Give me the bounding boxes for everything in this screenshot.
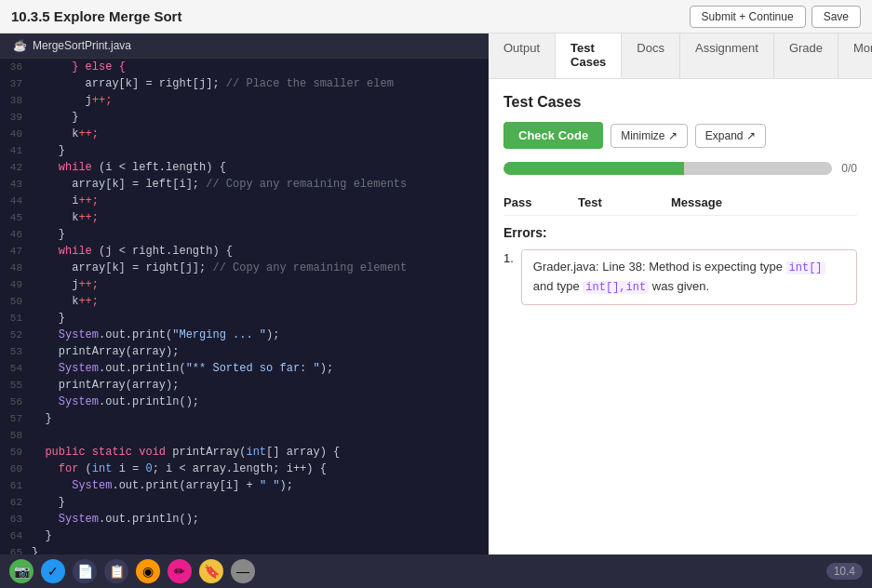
- pencil-icon[interactable]: ✏: [168, 559, 192, 583]
- line-number: 38: [0, 92, 32, 109]
- test-content: Test Cases Check Code Minimize ↗ Expand …: [489, 79, 872, 555]
- file-icon[interactable]: 📄: [73, 559, 97, 583]
- table-row: 45 k++;: [0, 209, 489, 226]
- table-row: 46 }: [0, 226, 489, 243]
- nav-tab-test-cases[interactable]: Test Cases: [556, 33, 622, 78]
- line-code: printArray(array);: [32, 343, 179, 360]
- line-number: 65: [0, 544, 32, 555]
- table-row: 49 j++;: [0, 276, 489, 293]
- check-code-button[interactable]: Check Code: [503, 122, 603, 149]
- line-code: k++;: [32, 126, 99, 142]
- test-cases-header: Test Cases: [503, 94, 857, 111]
- test-table-header: Pass Test Message: [503, 190, 857, 216]
- line-number: 56: [0, 394, 32, 410]
- page-title: 10.3.5 Explore Merge Sort: [11, 8, 690, 24]
- submit-continue-button[interactable]: Submit + Continue: [690, 6, 806, 28]
- line-number: 45: [0, 209, 32, 226]
- table-row: 55 printArray(array);: [0, 377, 489, 394]
- table-row: 37 array[k] = right[j]; // Place the sma…: [0, 75, 489, 92]
- line-number: 59: [0, 444, 32, 461]
- file-name: MergeSortPrint.java: [33, 39, 131, 52]
- line-code: array[k] = left[i]; // Copy any remainin…: [32, 176, 407, 193]
- code-panel: ☕ MergeSortPrint.java 36 } else {37 arra…: [0, 33, 489, 555]
- line-code: System.out.println();: [32, 511, 199, 528]
- error-code-type2: int[],int: [583, 281, 649, 294]
- file-tab[interactable]: ☕ MergeSortPrint.java: [0, 33, 489, 59]
- error-number: 1.: [503, 251, 514, 265]
- table-row: 63 System.out.println();: [0, 511, 489, 528]
- line-code: k++;: [32, 209, 99, 226]
- progress-bar-container: 0/0: [503, 162, 857, 175]
- table-row: 56 System.out.println();: [0, 394, 489, 410]
- table-row: 40 k++;: [0, 126, 489, 142]
- line-code: System.out.print(array[i] + " ");: [32, 477, 293, 494]
- progress-score: 0/0: [841, 162, 857, 175]
- error-code-type1: int[]: [786, 261, 825, 274]
- table-row: 54 System.out.println("** Sorted so far:…: [0, 360, 489, 377]
- table-row: 41 }: [0, 142, 489, 159]
- table-row: 61 System.out.print(array[i] + " ");: [0, 477, 489, 494]
- circle-icon[interactable]: ◉: [136, 559, 160, 583]
- table-row: 59 public static void printArray(int[] a…: [0, 444, 489, 461]
- line-number: 52: [0, 327, 32, 343]
- table-row: 65}: [0, 544, 489, 555]
- save-button[interactable]: Save: [812, 6, 861, 28]
- table-row: 57 }: [0, 410, 489, 427]
- nav-tab-output[interactable]: Output: [489, 33, 556, 78]
- nav-tab-docs[interactable]: Docs: [622, 33, 680, 78]
- line-number: 61: [0, 477, 32, 494]
- table-row: 58: [0, 427, 489, 444]
- line-code: j++;: [32, 276, 99, 293]
- line-number: 53: [0, 343, 32, 360]
- nav-tab-assignment[interactable]: Assignment: [680, 33, 774, 78]
- table-row: 52 System.out.print("Merging ... ");: [0, 327, 489, 343]
- col-message: Message: [671, 195, 857, 209]
- camera-icon[interactable]: 📷: [9, 559, 34, 583]
- top-bar-buttons: Submit + Continue Save: [690, 6, 861, 28]
- table-row: 51 }: [0, 310, 489, 327]
- line-number: 36: [0, 59, 32, 75]
- line-code: printArray(array);: [32, 377, 179, 394]
- line-code: }: [32, 494, 65, 511]
- line-number: 64: [0, 528, 32, 544]
- line-number: 58: [0, 427, 32, 444]
- line-number: 51: [0, 310, 32, 327]
- table-row: 39 }: [0, 109, 489, 126]
- test-actions: Check Code Minimize ↗ Expand ↗: [503, 122, 857, 149]
- line-number: 57: [0, 410, 32, 427]
- bookmark-icon[interactable]: 🔖: [199, 559, 223, 583]
- line-number: 44: [0, 193, 32, 209]
- line-number: 63: [0, 511, 32, 528]
- line-code: while (i < left.length) {: [32, 159, 226, 176]
- expand-button[interactable]: Expand ↗: [695, 124, 766, 148]
- nav-tab-grade[interactable]: Grade: [774, 33, 838, 78]
- line-number: 49: [0, 276, 32, 293]
- nav-tab-more[interactable]: More: [838, 33, 872, 78]
- table-row: 48 array[k] = right[j]; // Copy any rema…: [0, 260, 489, 276]
- line-code: } else {: [32, 59, 126, 75]
- minimize-button[interactable]: Minimize ↗: [610, 124, 688, 148]
- line-number: 47: [0, 243, 32, 260]
- line-number: 62: [0, 494, 32, 511]
- check-icon[interactable]: ✓: [41, 559, 65, 583]
- errors-list: 1.Grader.java: Line 38: Method is expect…: [503, 249, 857, 305]
- table-row: 50 k++;: [0, 293, 489, 310]
- java-icon: ☕: [13, 39, 27, 52]
- line-code: array[k] = right[j]; // Place the smalle…: [32, 75, 394, 92]
- line-code: for (int i = 0; i < array.length; i++) {: [32, 461, 327, 477]
- top-bar: 10.3.5 Explore Merge Sort Submit + Conti…: [0, 0, 872, 33]
- code-area[interactable]: 36 } else {37 array[k] = right[j]; // Pl…: [0, 59, 489, 555]
- line-number: 37: [0, 75, 32, 92]
- col-test: Test: [578, 195, 671, 209]
- col-pass: Pass: [503, 195, 578, 209]
- line-number: 46: [0, 226, 32, 243]
- error-message: Grader.java: Line 38: Method is expectin…: [521, 249, 857, 305]
- errors-label: Errors:: [503, 225, 857, 240]
- main-layout: ☕ MergeSortPrint.java 36 } else {37 arra…: [0, 33, 872, 555]
- copy-icon[interactable]: 📋: [104, 559, 128, 583]
- bottom-toolbar: 📷✓📄📋◉✏🔖—10.4: [0, 555, 872, 588]
- dash-icon[interactable]: —: [231, 559, 255, 583]
- line-code: System.out.println();: [32, 394, 199, 410]
- table-row: 62 }: [0, 494, 489, 511]
- line-number: 40: [0, 126, 32, 142]
